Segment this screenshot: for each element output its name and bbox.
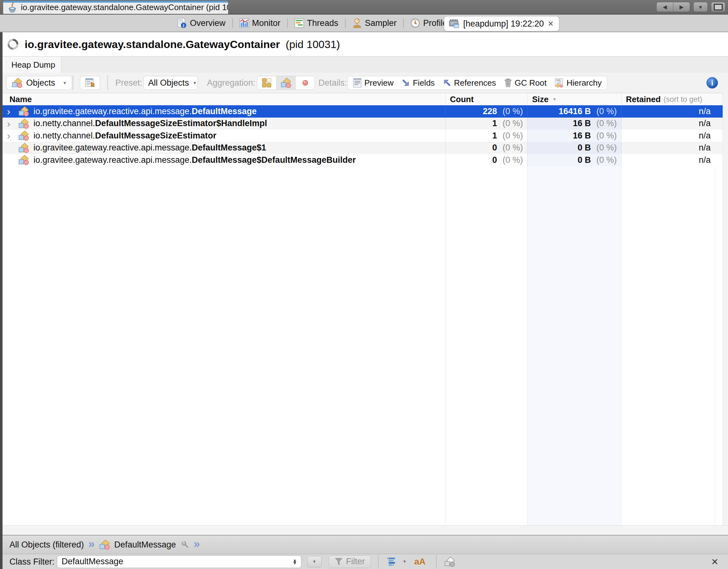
funnel-icon	[335, 558, 343, 566]
size-cell: 0 B(0 %)	[527, 142, 621, 154]
window-nav-controls: ◀ ▶ ▼	[656, 2, 725, 12]
references-button[interactable]: References	[439, 76, 500, 89]
gutter-cell	[715, 130, 723, 142]
count-cell: 228(0 %)	[445, 105, 527, 118]
column-header-retained[interactable]: Retained (sort to get)	[621, 93, 715, 105]
fields-button[interactable]: Fields	[397, 76, 439, 89]
tab-heapdump[interactable]: [heapdump] 19:22:20 ✕	[444, 16, 559, 31]
heap-toolbar: Objects ▼ Preset: All Objects ▼ Aggregat…	[3, 73, 728, 93]
tab-threads[interactable]: Threads	[288, 15, 345, 32]
retained-cell: n/a	[621, 130, 715, 142]
class-filter-label: Class Filter:	[9, 557, 55, 566]
column-header-size[interactable]: Size ▼	[527, 93, 621, 105]
retained-cell: n/a	[621, 118, 715, 130]
history-back-button[interactable]: ◀	[657, 2, 673, 12]
column-header-gutter	[715, 93, 723, 105]
packages-icon	[262, 78, 271, 88]
window-document-tab[interactable]: io.gravitee.gateway.standalone.GatewayCo…	[3, 1, 228, 14]
gc-root-button[interactable]: GC Root	[500, 76, 551, 89]
aggregation-classes-button[interactable]	[276, 76, 295, 89]
page-header: io.gravitee.gateway.standalone.GatewayCo…	[3, 32, 728, 56]
table-row[interactable]: io.gravitee.gateway.reactive.api.message…	[3, 154, 723, 166]
expand-chevron-icon[interactable]: ›	[7, 130, 18, 141]
hierarchy-button[interactable]: Hierarchy	[551, 76, 606, 89]
objects-dropdown-button[interactable]: Objects ▼	[6, 76, 72, 90]
name-cell: › io.netty.channel.DefaultMessageSizeEst…	[3, 118, 445, 130]
page-title: io.gravitee.gateway.standalone.GatewayCo…	[25, 38, 280, 51]
chevron-down-icon: ▼	[403, 559, 407, 564]
class-icon	[99, 540, 110, 550]
pin-icon[interactable]	[180, 540, 189, 549]
monitor-icon	[240, 18, 249, 28]
window-left-edge	[0, 15, 3, 569]
size-cell: 16416 B(0 %)	[527, 105, 621, 118]
class-icon	[18, 155, 30, 165]
breadcrumb-separator-icon: »	[88, 538, 95, 550]
count-cell: 0(0 %)	[445, 154, 527, 166]
expand-chevron-icon[interactable]: ›	[7, 106, 18, 116]
tab-monitor[interactable]: Monitor	[233, 15, 287, 32]
aggregation-instances-button[interactable]	[295, 76, 315, 89]
expand-chevron-icon[interactable]: ›	[7, 118, 18, 129]
breadcrumb-separator-icon: »	[194, 538, 200, 550]
count-cell: 0(0 %)	[445, 142, 527, 154]
instance-icon	[302, 80, 308, 86]
breadcrumb-item[interactable]: DefaultMessage	[114, 540, 176, 550]
heapdump-tab-close-icon[interactable]: ✕	[548, 20, 554, 27]
filter-history-dropdown-button[interactable]: ▼	[307, 556, 322, 567]
chevron-down-icon: ▼	[63, 81, 67, 85]
count-cell: 1(0 %)	[445, 130, 527, 142]
aggregation-segmented-control	[257, 76, 315, 90]
toolbar-separator	[73, 76, 73, 90]
retained-cell: n/a	[621, 142, 715, 154]
match-case-button[interactable]: aA	[414, 557, 426, 567]
size-cell: 16 B(0 %)	[527, 130, 621, 142]
gutter-cell	[715, 154, 723, 166]
objects-table: › io.gravitee.gateway.reactive.api.messa…	[3, 105, 723, 166]
name-cell: › io.netty.channel.DefaultMessageSizeEst…	[3, 130, 445, 142]
vertical-scrollbar-track[interactable]	[723, 93, 728, 525]
tab-overview[interactable]: Overview	[171, 15, 232, 32]
table-row[interactable]: › io.netty.channel.DefaultMessageSizeEst…	[3, 130, 723, 142]
aggregation-packages-button[interactable]	[257, 76, 276, 89]
chevron-down-icon: ▼	[193, 81, 197, 85]
statistics-button[interactable]	[80, 76, 100, 90]
toolbar-separator	[436, 555, 437, 568]
tab-sampler[interactable]: Sampler	[346, 15, 403, 32]
filter-button[interactable]: Filter	[329, 555, 371, 568]
table-row[interactable]: io.gravitee.gateway.reactive.api.message…	[3, 142, 723, 154]
sort-list-icon	[387, 557, 397, 566]
retained-cell: n/a	[621, 154, 715, 166]
combobox-stepper[interactable]: ▲ ▼	[289, 556, 300, 567]
close-filter-icon[interactable]: ✕	[711, 556, 719, 567]
details-button-group: Preview Fields References	[348, 76, 607, 90]
table-row[interactable]: › io.netty.channel.DefaultMessageSizeEst…	[3, 118, 723, 130]
class-icon	[18, 106, 30, 116]
info-icon[interactable]: i	[707, 77, 718, 88]
column-header-count[interactable]: Count	[445, 93, 527, 105]
preview-button[interactable]: Preview	[349, 76, 397, 89]
sampler-icon	[352, 18, 362, 28]
profiler-icon	[410, 18, 420, 28]
heap-dump-panel-tab[interactable]: Heap Dump	[3, 57, 61, 73]
aggregation-label: Aggregation:	[207, 78, 255, 88]
column-header-name[interactable]: Name	[3, 93, 445, 105]
heapdump-icon	[449, 19, 459, 28]
preview-icon	[353, 78, 361, 88]
history-forward-button[interactable]: ▶	[673, 2, 690, 12]
maximize-button[interactable]	[711, 2, 725, 12]
spinner-icon	[7, 38, 19, 50]
preset-select[interactable]: All Objects ▼	[143, 76, 198, 90]
preset-label: Preset:	[115, 78, 143, 88]
filter-scope-button[interactable]	[444, 557, 455, 567]
class-outline-icon	[444, 557, 455, 567]
tabs-dropdown-button[interactable]: ▼	[693, 2, 708, 12]
table-row[interactable]: › io.gravitee.gateway.reactive.api.messa…	[3, 105, 723, 118]
hierarchy-icon	[555, 78, 564, 88]
filter-type-button[interactable]: ▼	[387, 557, 407, 566]
breadcrumb-root[interactable]: All Objects (filtered)	[9, 540, 84, 550]
panel-bottom-strip	[3, 525, 728, 535]
class-filter-input[interactable]	[57, 555, 301, 568]
class-icon	[12, 78, 22, 88]
name-cell: › io.gravitee.gateway.reactive.api.messa…	[3, 105, 445, 118]
